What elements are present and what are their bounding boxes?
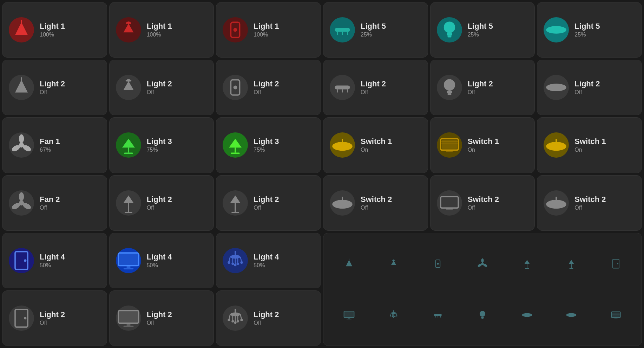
svg-point-23 [443, 79, 455, 91]
svg-marker-103 [346, 260, 352, 266]
svg-point-140 [480, 311, 485, 316]
card-r1c3[interactable]: Light 1100% [216, 2, 321, 58]
svg-point-146 [567, 314, 575, 316]
icon-circle-r4c2 [116, 190, 141, 216]
card-name-r4c4: Switch 2 [361, 195, 392, 204]
icon-circle-r4c1 [9, 190, 34, 216]
card-name-r3c4: Switch 1 [361, 137, 392, 146]
card-name-r2c5: Light 2 [468, 79, 493, 88]
svg-point-109 [481, 258, 484, 263]
icon-circle-r6c2 [116, 306, 141, 331]
card-status-r2c4: Off [361, 89, 386, 96]
card-name-r3c2: Light 3 [147, 137, 172, 146]
svg-point-135 [393, 316, 394, 318]
svg-rect-34 [124, 153, 133, 154]
card-status-r4c2: Off [147, 205, 172, 211]
card-text-r4c1: Fan 2Off [40, 195, 60, 211]
card-status-r1c5: 25% [468, 32, 493, 38]
svg-rect-90 [123, 326, 133, 327]
card-r2c2[interactable]: Light 2Off [109, 60, 214, 115]
svg-point-84 [234, 264, 237, 266]
card-text-r6c2: Light 2Off [147, 310, 172, 326]
card-r2c3[interactable]: Light 2Off [216, 60, 321, 115]
card-r5c1[interactable]: Light 450% [2, 233, 107, 288]
svg-rect-37 [231, 153, 240, 154]
card-text-r4c6: Switch 2Off [574, 195, 606, 211]
card-r3c3[interactable]: Light 375% [216, 117, 321, 173]
card-r3c1[interactable]: Fan 167% [2, 117, 107, 173]
card-text-r3c1: Fan 167% [40, 137, 60, 153]
card-r4c5[interactable]: Switch 2Off [430, 175, 535, 231]
icon-circle-r6c1 [9, 306, 34, 331]
legend-icon-r1c7 [608, 256, 624, 271]
card-text-r4c5: Switch 2Off [468, 195, 499, 211]
legend-icon-r2c1 [341, 307, 357, 323]
svg-rect-89 [126, 323, 130, 326]
svg-point-100 [232, 320, 234, 322]
icon-circle-r1c5 [437, 17, 462, 42]
card-r3c6[interactable]: Switch 1On [537, 117, 642, 173]
card-r4c1[interactable]: Fan 2Off [2, 175, 107, 231]
card-r4c2[interactable]: Light 2Off [109, 175, 214, 231]
card-r6c2[interactable]: Light 2Off [109, 290, 214, 346]
card-r1c2[interactable]: Light 1100% [109, 2, 214, 58]
card-r1c1[interactable]: Light 1100% [2, 2, 107, 58]
svg-rect-5 [335, 28, 350, 32]
card-r4c3[interactable]: Light 2Off [216, 175, 321, 231]
card-r2c4[interactable]: Light 2Off [323, 60, 428, 115]
card-text-r3c3: Light 375% [254, 137, 279, 153]
card-r6c3[interactable]: Light 2Off [216, 290, 321, 346]
card-r5c2[interactable]: Light 450% [109, 233, 214, 288]
card-name-r6c2: Light 2 [147, 310, 172, 319]
card-name-r6c1: Light 2 [40, 310, 65, 319]
card-r3c5[interactable]: Switch 1On [430, 117, 535, 173]
card-name-r1c1: Light 1 [40, 22, 65, 31]
card-name-r5c1: Light 4 [40, 252, 65, 262]
card-text-r4c3: Light 2Off [254, 195, 279, 211]
card-r3c4[interactable]: Switch 1On [323, 117, 428, 173]
card-r2c1[interactable]: Light 2Off [2, 60, 107, 115]
icon-circle-r3c3 [223, 132, 248, 158]
legend-icon-r2c7 [608, 307, 624, 323]
card-name-r3c6: Switch 1 [574, 137, 606, 146]
card-name-r5c3: Light 4 [254, 252, 279, 262]
card-status-r6c3: Off [254, 320, 279, 326]
svg-rect-43 [446, 150, 453, 152]
card-r1c5[interactable]: Light 525% [430, 2, 535, 58]
card-r4c6[interactable]: Switch 2Off [537, 175, 642, 231]
legend-icon-r1c1 [341, 256, 357, 271]
card-name-r3c3: Light 3 [254, 137, 279, 146]
svg-rect-114 [525, 268, 529, 269]
svg-rect-141 [481, 316, 484, 318]
svg-point-102 [234, 321, 237, 324]
card-text-r6c3: Light 2Off [254, 310, 279, 326]
icon-circle-r5c3 [223, 248, 248, 273]
icon-circle-r2c4 [330, 75, 355, 100]
card-name-r3c5: Switch 1 [468, 137, 499, 146]
card-status-r4c3: Off [254, 205, 279, 211]
svg-rect-116 [571, 264, 572, 268]
svg-marker-53 [123, 195, 133, 203]
card-status-r6c2: Off [147, 320, 172, 326]
svg-point-68 [24, 259, 26, 262]
card-name-r2c2: Light 2 [147, 79, 172, 88]
card-r6c1[interactable]: Light 2Off [2, 290, 107, 346]
card-r1c4[interactable]: Light 525% [323, 2, 428, 58]
card-text-r2c5: Light 2Off [468, 79, 493, 96]
svg-rect-136 [434, 314, 442, 316]
svg-point-9 [443, 22, 455, 33]
legend-icon-r2c6 [564, 307, 579, 323]
card-r4c4[interactable]: Switch 2Off [323, 175, 428, 231]
card-r3c2[interactable]: Light 375% [109, 117, 214, 173]
card-r1c6[interactable]: Light 525% [537, 2, 642, 58]
card-text-r6c1: Light 2Off [40, 310, 65, 326]
card-status-r2c1: Off [40, 89, 65, 96]
card-status-r4c5: Off [468, 205, 499, 211]
card-r2c5[interactable]: Light 2Off [430, 60, 535, 115]
icon-circle-r2c3 [223, 75, 248, 100]
card-r5c3[interactable]: Light 450% [216, 233, 321, 288]
icon-circle-r3c2 [116, 132, 141, 158]
card-r2c6[interactable]: Light 2Off [537, 60, 642, 115]
card-status-r2c6: Off [574, 89, 600, 96]
svg-marker-14 [15, 80, 28, 93]
